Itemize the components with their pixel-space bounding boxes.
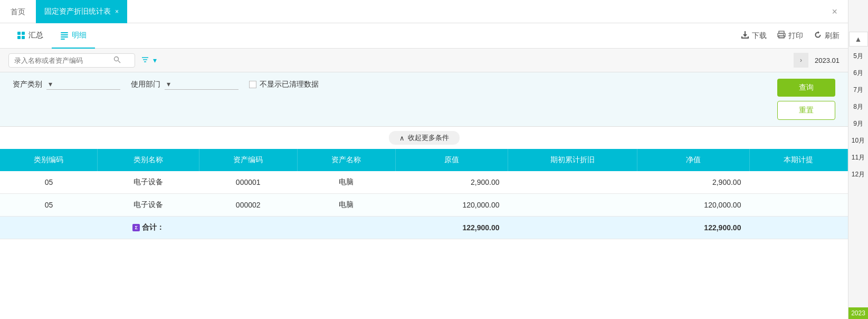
tab-summary-label: 汇总 xyxy=(28,31,43,40)
sidebar-month[interactable]: 12月 xyxy=(849,166,868,183)
cell-net-value: 120,000.00 xyxy=(637,194,749,217)
search-input[interactable] xyxy=(14,57,109,64)
col-original-value: 原值 xyxy=(395,149,508,171)
top-nav: 首页 固定资产折旧统计表 × × xyxy=(0,0,848,23)
sidebar-month[interactable]: 10月 xyxy=(849,132,868,149)
cell-accumulated-depreciation xyxy=(508,171,637,194)
no-cleared-checkbox-wrap[interactable]: 不显示已清理数据 xyxy=(249,80,319,89)
total-label-cell2: Σ 合计： xyxy=(98,217,199,239)
cell-current-depreciation xyxy=(749,194,847,217)
date-label: 2023.01 xyxy=(815,57,840,64)
col-category-code: 类别编码 xyxy=(0,149,98,171)
sidebar-month[interactable]: 8月 xyxy=(849,98,868,115)
no-cleared-checkbox[interactable] xyxy=(249,81,256,88)
total-current-depreciation xyxy=(749,217,847,239)
search-icon xyxy=(113,56,121,65)
col-asset-code: 资产编码 xyxy=(199,149,297,171)
asset-category-label: 资产类别 xyxy=(13,80,42,89)
cell-original-value: 2,900.00 xyxy=(395,171,508,194)
cell-category-name: 电子设备 xyxy=(98,194,199,217)
svg-rect-2 xyxy=(17,36,21,39)
toolbar-right: 下载 打印 刷新 xyxy=(741,31,840,41)
sidebar-nav-up[interactable]: ▲ xyxy=(849,32,868,46)
window-close-button[interactable]: × xyxy=(821,0,848,23)
filter-group-category: 资产类别 ▾ xyxy=(13,79,120,90)
tab-detail[interactable]: 明细 xyxy=(52,23,95,49)
detail-icon xyxy=(60,31,69,40)
search-input-wrap[interactable] xyxy=(8,53,135,68)
no-cleared-label: 不显示已清理数据 xyxy=(260,80,319,89)
search-bar: ▾ › 2023.01 xyxy=(0,49,848,72)
total-accumulated xyxy=(508,217,637,239)
department-label: 使用部门 xyxy=(131,80,160,89)
download-button[interactable]: 下载 xyxy=(741,31,767,41)
cell-category-code: 05 xyxy=(0,171,98,194)
download-icon xyxy=(741,31,749,41)
svg-rect-7 xyxy=(61,39,65,40)
filter-area: 资产类别 ▾ 使用部门 ▾ 不显示已清理数据 查询 重置 xyxy=(0,72,848,127)
collapse-bar: ∧ 收起更多条件 xyxy=(0,127,848,149)
sidebar-month[interactable]: 11月 xyxy=(849,149,868,166)
data-table: 类别编码 类别名称 资产编码 资产名称 原值 期初累计折旧 净值 本期计提 05… xyxy=(0,149,848,239)
total-original-value: 122,900.00 xyxy=(395,217,508,239)
cell-asset-code: 000001 xyxy=(199,171,297,194)
svg-line-13 xyxy=(118,61,120,63)
cell-original-value: 120,000.00 xyxy=(395,194,508,217)
total-row: Σ 合计： 122,900.00 122,900.00 xyxy=(0,217,848,239)
svg-rect-1 xyxy=(22,32,25,35)
sidebar-month[interactable]: 7月 xyxy=(849,81,868,98)
sidebar-year-badge: 2023 xyxy=(848,307,869,319)
cell-current-depreciation xyxy=(749,171,847,194)
svg-rect-3 xyxy=(22,36,25,39)
svg-rect-6 xyxy=(61,36,68,37)
svg-point-11 xyxy=(783,34,784,35)
active-tab[interactable]: 固定资产折旧统计表 × xyxy=(36,0,127,23)
sidebar-month[interactable]: 9月 xyxy=(849,115,868,132)
asset-category-select[interactable]: ▾ xyxy=(46,79,120,90)
summary-icon xyxy=(17,31,25,40)
cell-asset-code: 000002 xyxy=(199,194,297,217)
svg-rect-5 xyxy=(61,34,68,35)
table-row: 05 电子设备 000001 电脑 2,900.00 2,900.00 xyxy=(0,171,848,194)
col-category-name: 类别名称 xyxy=(98,149,199,171)
right-sidebar: ▲ 5月6月7月8月9月10月11月12月 2023 xyxy=(848,0,868,319)
cell-category-code: 05 xyxy=(0,194,98,217)
query-button[interactable]: 查询 xyxy=(777,79,835,97)
svg-rect-0 xyxy=(17,32,21,35)
cell-accumulated-depreciation xyxy=(508,194,637,217)
total-asset-name xyxy=(297,217,395,239)
tab-summary[interactable]: 汇总 xyxy=(8,23,52,49)
svg-point-12 xyxy=(115,57,119,61)
more-conditions-button[interactable]: ▾ xyxy=(141,56,157,65)
filter-row: 资产类别 ▾ 使用部门 ▾ 不显示已清理数据 xyxy=(13,79,771,90)
filter-group-department: 使用部门 ▾ xyxy=(131,79,239,90)
chevron-down-icon: ▾ xyxy=(49,80,52,88)
refresh-icon xyxy=(814,31,822,41)
cell-net-value: 2,900.00 xyxy=(637,171,749,194)
cell-category-name: 电子设备 xyxy=(98,171,199,194)
table-row: 05 电子设备 000002 电脑 120,000.00 120,000.00 xyxy=(0,194,848,217)
reset-button[interactable]: 重置 xyxy=(777,101,835,120)
table-header-row: 类别编码 类别名称 资产编码 资产名称 原值 期初累计折旧 净值 本期计提 xyxy=(0,149,848,171)
chevron-down-icon: ▾ xyxy=(167,80,170,88)
col-accumulated-depreciation: 期初累计折旧 xyxy=(508,149,637,171)
col-asset-name: 资产名称 xyxy=(297,149,395,171)
cell-asset-name: 电脑 xyxy=(297,171,395,194)
total-asset-code xyxy=(199,217,297,239)
active-tab-label: 固定资产折旧统计表 xyxy=(44,7,111,16)
print-button[interactable]: 打印 xyxy=(777,31,803,41)
collapse-button[interactable]: ∧ 收起更多条件 xyxy=(389,131,460,145)
sidebar-month[interactable]: 6月 xyxy=(849,64,868,81)
cell-asset-name: 电脑 xyxy=(297,194,395,217)
chevron-up-icon: ∧ xyxy=(399,134,405,142)
sidebar-month[interactable]: 5月 xyxy=(849,48,868,64)
chevron-down-icon: ▾ xyxy=(153,56,157,64)
tab-close-icon[interactable]: × xyxy=(115,8,119,15)
nav-arrow-right[interactable]: › xyxy=(794,53,808,68)
department-select[interactable]: ▾ xyxy=(165,79,239,90)
refresh-button[interactable]: 刷新 xyxy=(814,31,840,41)
svg-rect-4 xyxy=(61,32,68,33)
total-text: 合计： xyxy=(142,223,164,232)
nav-home[interactable]: 首页 xyxy=(0,0,36,23)
total-net-value: 122,900.00 xyxy=(637,217,749,239)
